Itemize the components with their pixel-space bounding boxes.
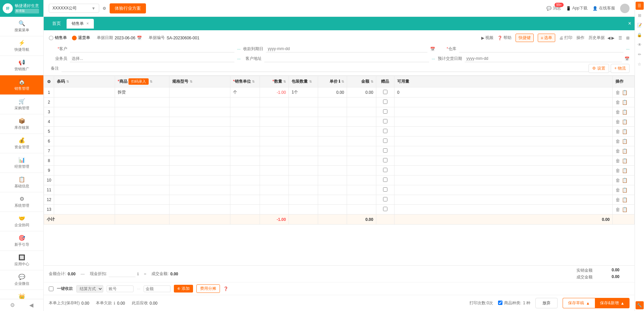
gift-checkbox-9[interactable] <box>383 168 387 172</box>
help-btn[interactable]: ❓ 帮助 <box>497 35 512 41</box>
right-tool-grid-view[interactable]: ⊞ <box>636 11 644 20</box>
copy-icon-4[interactable]: 📋 <box>622 119 628 124</box>
copy-icon-8[interactable]: 📋 <box>622 158 628 163</box>
user-avatar[interactable] <box>620 4 630 13</box>
gift-checkbox-7[interactable] <box>383 148 387 153</box>
delete-icon-3[interactable]: 🗑 <box>615 109 620 115</box>
gift-checkbox-12[interactable] <box>383 197 387 201</box>
info-icon[interactable]: ℹ <box>339 79 340 84</box>
addr-more-icon[interactable]: ··· <box>432 56 435 61</box>
customer-input[interactable] <box>70 45 234 52</box>
right-tool-star[interactable]: ☆ <box>636 60 644 68</box>
copy-icon-3[interactable]: 📋 <box>622 109 628 115</box>
sidebar-item-app-center[interactable]: 🔲 应用中心 <box>0 251 43 270</box>
remark-input[interactable] <box>62 65 630 72</box>
delete-icon-8[interactable]: 🗑 <box>615 158 620 163</box>
company-selector[interactable]: XXXXXX公司 ▼ <box>49 4 99 13</box>
logistics-button[interactable]: + 物流 <box>611 64 630 73</box>
tab-close-icon[interactable]: × <box>86 21 89 26</box>
sidebar-item-member[interactable]: 👑 畅会员 <box>0 290 43 299</box>
right-tool-eye[interactable]: 👁 <box>636 41 644 49</box>
delete-icon-4[interactable]: 🗑 <box>615 119 620 124</box>
col-settings[interactable]: ⚙ <box>44 76 54 87</box>
gift-checkbox-13[interactable] <box>383 207 387 211</box>
add-button[interactable]: ⊕ 添加 <box>174 285 193 293</box>
shortcut-btn[interactable]: 快捷键 <box>516 34 534 42</box>
sidebar-item-inventory[interactable]: 📦 库存核算 <box>0 114 43 134</box>
amount-input[interactable] <box>144 285 171 292</box>
tab-bar-close-icon[interactable]: × <box>628 21 631 27</box>
grid-view-btn[interactable]: ⊞ <box>626 36 630 40</box>
save-new-button[interactable]: 保存&新增 ▲ <box>595 298 630 308</box>
delete-icon-1[interactable]: 🗑 <box>615 90 620 95</box>
gift-checkbox-1[interactable] <box>383 90 387 94</box>
right-tool-lock[interactable]: 🔒 <box>636 31 644 39</box>
gift-checkbox-6[interactable] <box>383 139 387 143</box>
gift-checkbox-11[interactable] <box>383 187 387 192</box>
sidebar-item-base[interactable]: 📋 基础信息 <box>0 173 43 192</box>
app-download-button[interactable]: 📱 App下载 <box>566 5 588 11</box>
sidebar-item-guide[interactable]: 🎯 新手引导 <box>0 231 43 251</box>
expected-date-input[interactable] <box>465 55 622 62</box>
nav-next-icon[interactable]: ▶ <box>611 36 614 40</box>
due-date-input[interactable] <box>266 45 427 52</box>
due-info-icon[interactable]: ℹ <box>114 301 115 306</box>
history-btn[interactable]: 历史单据 ◀ ▶ <box>589 35 614 41</box>
delete-icon-5[interactable]: 🗑 <box>615 129 620 134</box>
delete-icon-13[interactable]: 🗑 <box>615 207 620 212</box>
right-tool-list-view[interactable]: ☰ <box>636 2 644 10</box>
copy-icon-2[interactable]: 📋 <box>622 100 628 105</box>
salesperson-input[interactable] <box>70 55 234 62</box>
copy-icon-12[interactable]: 📋 <box>622 197 628 202</box>
sidebar-item-search[interactable]: 🔍 搜索菜单 <box>0 17 43 36</box>
copy-icon-10[interactable]: 📋 <box>622 178 628 183</box>
expense-info-icon[interactable]: ❓ <box>223 286 228 291</box>
select-btn[interactable]: ≡ 选单 <box>538 34 555 42</box>
save-draft-button[interactable]: 保存草稿 ▲ <box>563 298 595 308</box>
warehouse-more-icon[interactable]: ··· <box>626 47 630 51</box>
copy-icon-1[interactable]: 📋 <box>622 90 628 95</box>
list-view-btn[interactable]: ☰ <box>618 36 622 40</box>
settings-icon[interactable]: ⚙ <box>10 302 15 308</box>
sidebar-item-operation[interactable]: 📊 经营管理 <box>0 153 43 173</box>
right-tool-note[interactable]: 📝 <box>636 21 644 29</box>
radio-sales[interactable]: 销售单 <box>49 35 67 41</box>
barcode-input-1[interactable] <box>57 90 112 95</box>
copy-icon-6[interactable]: 📋 <box>622 139 628 144</box>
operate-btn[interactable]: 操作 <box>576 35 584 41</box>
delete-icon-12[interactable]: 🗑 <box>615 197 620 202</box>
one-click-pay-checkbox[interactable] <box>49 286 53 291</box>
due-date-calendar-icon[interactable]: 📅 <box>430 47 435 51</box>
radio-return[interactable]: 退货单 <box>72 35 90 41</box>
sidebar-item-wechat[interactable]: 💬 企业微信 <box>0 270 43 290</box>
sidebar-item-sales[interactable]: 🏠 销售管理 <box>0 75 43 95</box>
copy-icon-5[interactable]: 📋 <box>622 129 628 134</box>
salesperson-more-icon[interactable]: ··· <box>237 56 240 61</box>
scan-button[interactable]: 扫码录入 <box>128 78 149 85</box>
sidebar-item-marketing[interactable]: 📢 营销推广 <box>0 56 43 75</box>
delete-icon-7[interactable]: 🗑 <box>615 148 620 154</box>
calendar-icon[interactable]: 📅 <box>137 36 142 40</box>
sidebar-item-purchase[interactable]: 🛒 采购管理 <box>0 95 43 114</box>
delete-icon-11[interactable]: 🗑 <box>615 187 620 193</box>
delete-icon-2[interactable]: 🗑 <box>615 100 620 105</box>
calc-method-select[interactable]: 结算方式 <box>76 285 103 293</box>
discount-info-icon[interactable]: ℹ <box>137 272 139 276</box>
delete-icon-6[interactable]: 🗑 <box>615 139 620 144</box>
tab-home[interactable]: 首页 <box>47 18 66 29</box>
delete-icon-10[interactable]: 🗑 <box>615 178 620 183</box>
expected-date-calendar-icon[interactable]: 📅 <box>624 56 630 61</box>
settings-button[interactable]: ⚙ 设置 <box>589 64 609 73</box>
copy-icon-9[interactable]: 📋 <box>622 168 628 173</box>
online-service-button[interactable]: 👤 在线客服 <box>593 5 615 11</box>
tab-sales[interactable]: 销售单 × <box>67 19 94 29</box>
experience-button[interactable]: 体验行业方案 <box>110 3 146 13</box>
copy-icon-7[interactable]: 📋 <box>622 148 628 154</box>
discard-button[interactable]: 放弃 <box>535 298 558 308</box>
customer-addr-input[interactable] <box>264 55 429 62</box>
sidebar-item-system[interactable]: ⚙ 系统管理 <box>0 192 43 212</box>
sidebar-item-finance[interactable]: 💰 资金管理 <box>0 134 43 153</box>
expense-button[interactable]: 费用分摊 <box>196 284 220 293</box>
collapse-icon[interactable]: ◀ <box>29 302 33 308</box>
sidebar-item-enterprise[interactable]: 🤝 企业协同 <box>0 212 43 231</box>
